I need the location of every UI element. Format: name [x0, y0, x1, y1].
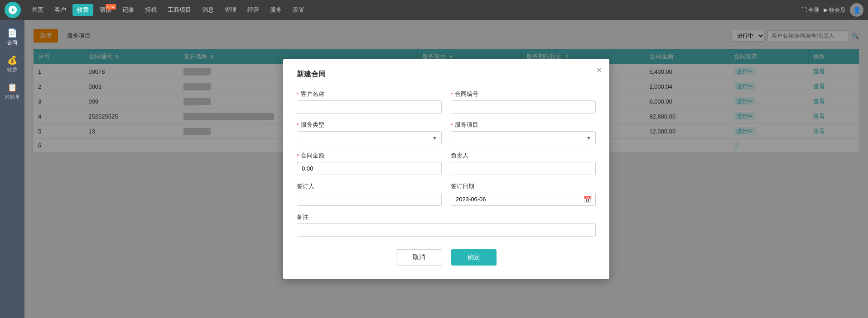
select-service-type-wrap: ▼ [297, 131, 442, 144]
input-remark[interactable] [297, 223, 596, 237]
label-remark: 备注 [297, 213, 596, 221]
nav-customer[interactable]: 客户 [50, 4, 71, 16]
billing-icon: 💰 [7, 55, 17, 65]
nav-manage[interactable]: 管理 [220, 4, 241, 16]
label-responsible: 负责人 [451, 152, 596, 160]
calendar-icon[interactable]: 📅 [583, 196, 591, 203]
nav-tax[interactable]: 报税 [140, 4, 161, 16]
label-customer-name: * 客户名称 [297, 90, 442, 98]
statement-icon: 📋 [7, 82, 17, 92]
input-signer[interactable] [297, 193, 442, 206]
dialog-footer: 取消 确定 [297, 249, 596, 266]
nav-billing[interactable]: 收费 [72, 4, 93, 16]
cancel-button[interactable]: 取消 [396, 249, 442, 266]
label-sign-date: 签订日期 [451, 182, 596, 190]
sidebar-item-statement[interactable]: 📋 对账单 [1, 79, 23, 104]
select-service-item[interactable] [451, 131, 596, 144]
sidebar-item-billing[interactable]: 💰 收费 [1, 52, 23, 77]
member-button[interactable]: ▶ 畅会员 [824, 6, 845, 14]
nav-items: 首页 客户 收费 票据 new 记账 报税 工商项目 消息 管理 经营 服务 设… [27, 4, 801, 16]
dialog-close-button[interactable]: ✕ [596, 66, 602, 75]
sign-date-wrap: 📅 [451, 193, 596, 206]
confirm-button[interactable]: 确定 [451, 249, 497, 266]
sidebar-item-contract[interactable]: 📄 合同 [1, 24, 23, 50]
nav-bookkeeping[interactable]: 记账 [118, 4, 139, 16]
input-amount[interactable] [297, 162, 442, 175]
nav-right-area: ⛶ 全屏 ▶ 畅会员 👤 [801, 3, 863, 17]
nav-message[interactable]: 消息 [198, 4, 218, 16]
form-row-contract-no: * 合同编号 [451, 90, 596, 114]
input-contract-no[interactable] [451, 100, 596, 114]
form-row-service-type: * 服务类型 ▼ [297, 121, 442, 144]
input-responsible[interactable] [451, 162, 596, 175]
user-avatar[interactable]: 👤 [850, 3, 863, 17]
select-service-type[interactable] [297, 131, 442, 144]
input-customer-name[interactable] [297, 100, 442, 114]
fullscreen-button[interactable]: ⛶ 全屏 [801, 6, 819, 14]
dialog-title: 新建合同 [297, 70, 596, 79]
nav-service[interactable]: 服务 [265, 4, 286, 16]
fullscreen-label: 全屏 [808, 6, 819, 14]
form-row-responsible: 负责人 [451, 152, 596, 175]
content-area: 新增 服务项目 进行中 已完成 已终止 🔍 序号 合同编号 ⇅ [24, 20, 868, 318]
label-service-type: * 服务类型 [297, 121, 442, 129]
nav-invoice[interactable]: 票据 new [95, 4, 116, 16]
form-row-amount: * 合同金额 [297, 152, 442, 175]
main-layout: 📄 合同 💰 收费 📋 对账单 新增 服务项目 进行中 已完成 已终止 🔍 [0, 20, 868, 318]
select-service-item-wrap: ▼ [451, 131, 596, 144]
sidebar-label-statement: 对账单 [5, 94, 20, 100]
contract-icon: 📄 [7, 28, 17, 38]
form-row-remark: 备注 [297, 213, 596, 237]
form-row-signer: 签订人 [297, 182, 442, 206]
label-amount: * 合同金额 [297, 152, 442, 160]
member-icon: ▶ [824, 7, 828, 13]
label-contract-no: * 合同编号 [451, 90, 596, 98]
modal-overlay: 新建合同 ✕ * 客户名称 * 合同编 [24, 20, 868, 318]
sidebar: 📄 合同 💰 收费 📋 对账单 [0, 20, 24, 318]
form-row-sign-date: 签订日期 📅 [451, 182, 596, 206]
fullscreen-icon: ⛶ [801, 7, 807, 13]
sidebar-label-contract: 合同 [7, 39, 17, 46]
label-service-item: * 服务项目 [451, 121, 596, 129]
form-row-customer-name: * 客户名称 [297, 90, 442, 114]
sidebar-label-billing: 收费 [7, 66, 17, 73]
label-signer: 签订人 [297, 182, 442, 190]
form-row-service-item: * 服务项目 ▼ [451, 121, 596, 144]
nav-settings[interactable]: 设置 [288, 4, 309, 16]
input-sign-date[interactable] [451, 193, 596, 206]
nav-operation[interactable]: 经营 [243, 4, 264, 16]
dialog-form: * 客户名称 * 合同编号 [297, 90, 596, 237]
nav-home[interactable]: 首页 [27, 4, 48, 16]
nav-badge-new: new [106, 4, 116, 9]
nav-business[interactable]: 工商项目 [163, 4, 196, 16]
top-navigation: 首页 客户 收费 票据 new 记账 报税 工商项目 消息 管理 经营 服务 设… [0, 0, 868, 20]
member-label: 畅会员 [829, 6, 845, 14]
new-contract-dialog: 新建合同 ✕ * 客户名称 * 合同编 [283, 59, 609, 279]
app-logo [5, 2, 21, 18]
